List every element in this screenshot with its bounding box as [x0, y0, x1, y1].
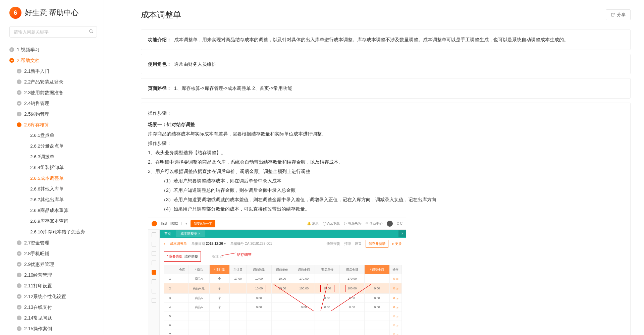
- expand-icon[interactable]: [9, 47, 14, 52]
- row-actions[interactable]: ⧉ ⌫: [389, 321, 401, 330]
- table-cell: 100.00: [340, 283, 365, 293]
- row-actions[interactable]: ⧉ ⌫: [389, 302, 401, 312]
- nav-item[interactable]: 2.6.6其他入库单: [9, 184, 97, 194]
- table-cell: [293, 321, 315, 330]
- expand-icon[interactable]: [17, 273, 21, 277]
- embed-quick[interactable]: 快速报货: [327, 240, 340, 247]
- nav-item[interactable]: 2.5采购管理: [9, 109, 97, 119]
- expand-icon[interactable]: [17, 69, 21, 73]
- nav-item[interactable]: 2.3使用前数据准备: [9, 87, 97, 98]
- embed-side-icon[interactable]: [152, 289, 156, 293]
- expand-icon[interactable]: [17, 240, 21, 245]
- nav-item[interactable]: 2.6.4组装拆卸单: [9, 162, 97, 173]
- step-3-1: （1）若用户想要调整结存成本，则在调后单价中录入成本: [148, 176, 624, 185]
- embed-side-icon[interactable]: [152, 298, 156, 303]
- embed-msg[interactable]: 🔔 消息: [307, 220, 319, 227]
- table-cell: 0.00: [315, 293, 340, 302]
- embed-side-icon-active[interactable]: [152, 270, 156, 275]
- nav-item[interactable]: 2.13在线支付: [9, 302, 97, 313]
- table-cell: [315, 312, 340, 321]
- nav-item[interactable]: 2.10经营管理: [9, 270, 97, 280]
- expand-icon[interactable]: [17, 262, 21, 267]
- embed-side-icon[interactable]: [152, 242, 156, 246]
- embed-tab-doc[interactable]: 成本调整单 ×: [176, 230, 205, 237]
- embed-side-icon[interactable]: [152, 279, 156, 284]
- nav-item[interactable]: 2.6.2分量盘点单: [9, 141, 97, 152]
- nav-item[interactable]: 2.6.3调拨单: [9, 152, 97, 162]
- nav-item[interactable]: 2.6.1盘点单: [9, 130, 97, 141]
- table-cell: 170.00: [293, 274, 315, 283]
- expand-icon[interactable]: [17, 305, 21, 310]
- nav-item[interactable]: 2.6.8商品成本重算: [9, 205, 97, 216]
- nav-item[interactable]: 2.1新手入门: [9, 66, 97, 76]
- embed-side-icon[interactable]: [152, 251, 156, 256]
- brand: 6 好生意 帮助中心: [9, 7, 97, 19]
- table-cell: [365, 274, 389, 283]
- embed-settings[interactable]: 设置: [355, 240, 362, 247]
- table-cell: [247, 330, 271, 335]
- expand-icon[interactable]: [17, 112, 21, 116]
- expand-icon[interactable]: [17, 79, 21, 84]
- nav-item[interactable]: 2.14常见问题: [9, 313, 97, 323]
- embed-save-button[interactable]: 保存并新增: [366, 240, 388, 248]
- collapse-icon[interactable]: [17, 122, 21, 127]
- nav-item[interactable]: 2.6库存核算: [9, 119, 97, 130]
- embed-video[interactable]: ▷ 视频教程: [344, 220, 362, 227]
- nav-item[interactable]: 2.12系统个性化设置: [9, 291, 97, 302]
- table-cell: 7: [164, 330, 176, 335]
- embed-tab-home[interactable]: 首页: [160, 230, 176, 237]
- table-header: [164, 265, 176, 274]
- nav-item[interactable]: 2.7资金管理: [9, 237, 97, 248]
- nav-item[interactable]: 2.4销售管理: [9, 98, 97, 109]
- nav-item[interactable]: 1.视频学习: [9, 44, 97, 55]
- nav-item[interactable]: 2.6.10库存账本错了怎么办: [9, 227, 97, 237]
- expand-icon[interactable]: [17, 316, 21, 320]
- table-cell: 0.00: [247, 302, 271, 312]
- row-actions[interactable]: ⧉ ⌫: [389, 330, 401, 335]
- expand-icon[interactable]: [17, 90, 21, 95]
- nav-item-label: 2.14常见问题: [24, 313, 52, 323]
- expand-icon[interactable]: [17, 101, 21, 106]
- nav-item[interactable]: 2.6.5成本调整单: [9, 173, 97, 184]
- embed-more[interactable]: ▸ 更多: [392, 240, 402, 247]
- expand-icon[interactable]: [17, 283, 21, 288]
- table-header: * 商品: [188, 265, 209, 274]
- embed-avatar-icon[interactable]: [387, 221, 393, 227]
- nav-item[interactable]: 2.15操作案例: [9, 323, 97, 334]
- nav-item[interactable]: 2.6.9库存账本查询: [9, 216, 97, 227]
- nav-item[interactable]: 2.2产品安装及登录: [9, 76, 97, 87]
- embed-print[interactable]: 打印: [344, 240, 351, 247]
- collapse-icon[interactable]: [9, 58, 14, 63]
- embed-help[interactable]: ✉ 帮助中心: [366, 220, 383, 227]
- row-actions[interactable]: ⧉ ⌫: [389, 283, 401, 293]
- table-header: 主计量: [229, 265, 247, 274]
- table-cell: 商品A: [188, 302, 209, 312]
- table-cell: [315, 330, 340, 335]
- embed-side-icon[interactable]: [152, 232, 156, 237]
- nav-item[interactable]: 2.6.7其他出库单: [9, 194, 97, 205]
- nav-item-label: 2.11打印设置: [24, 280, 52, 291]
- table-header: 操作: [389, 265, 401, 274]
- row-actions[interactable]: ⧉ ⌫: [389, 274, 401, 283]
- expand-icon[interactable]: [17, 294, 21, 299]
- row-actions[interactable]: ⧉ ⌫: [389, 312, 401, 321]
- intro-text: 成本调整单，用来实现对商品结存成本的调整，以及针对具体的出入库单进行成本调整。库…: [174, 37, 569, 42]
- table-cell: 3: [164, 293, 176, 302]
- nav-item[interactable]: 2.帮助文档: [9, 55, 97, 66]
- nav-item[interactable]: 2.9优惠券管理: [9, 259, 97, 270]
- share-button[interactable]: 分享: [606, 9, 631, 20]
- embed-tabs-close[interactable]: ×: [398, 230, 406, 237]
- nav-item[interactable]: 2.11打印设置: [9, 280, 97, 291]
- nav-item-label: 2.6.6其他入库单: [30, 184, 64, 194]
- row-actions[interactable]: ⧉ ⌫: [389, 293, 401, 302]
- expand-icon[interactable]: [17, 326, 21, 331]
- embed-side-icon[interactable]: [152, 261, 156, 265]
- expand-icon[interactable]: [17, 251, 21, 256]
- table-header: 仓库: [176, 265, 188, 274]
- nav-item[interactable]: 2.8手机旺铺: [9, 248, 97, 259]
- search-icon[interactable]: [89, 29, 94, 35]
- embed-app[interactable]: ◯ App下载: [323, 220, 340, 227]
- embed-trial-button[interactable]: 我要体验一下: [191, 220, 215, 227]
- table-cell: [315, 321, 340, 330]
- search-input[interactable]: [9, 26, 97, 38]
